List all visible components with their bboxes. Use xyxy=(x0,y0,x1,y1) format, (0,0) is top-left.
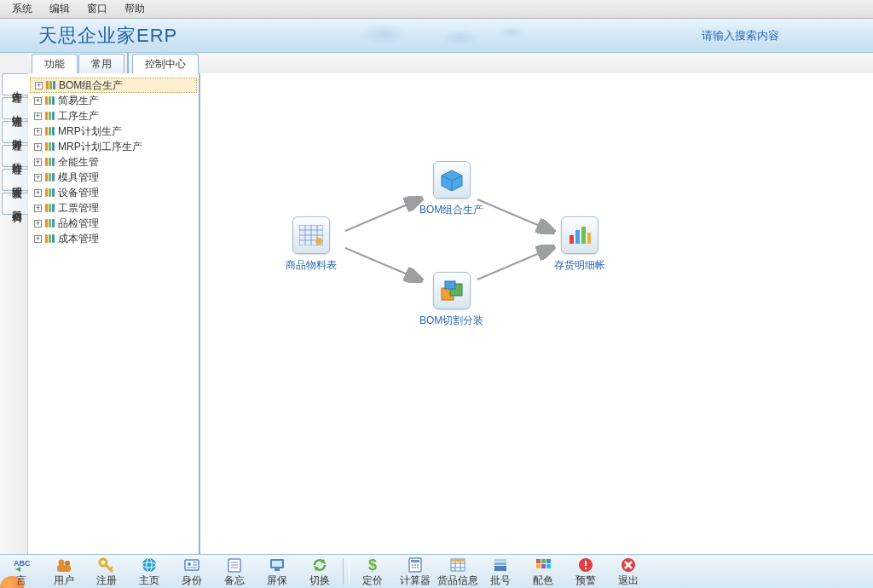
toolbar-label: 主页 xyxy=(139,574,159,588)
vtab-3[interactable]: 行政管理 xyxy=(2,145,31,167)
expand-icon[interactable]: + xyxy=(34,220,42,228)
vtab-1[interactable]: 物流管理 xyxy=(2,97,31,119)
svg-rect-66 xyxy=(546,559,551,563)
chart-icon xyxy=(561,216,598,254)
tree-panel: +BOM组合生产+简易生产+工序生产+MRP计划生产+MRP计划工序生产+全能生… xyxy=(28,73,200,554)
svg-line-2 xyxy=(345,248,419,280)
bars-icon xyxy=(45,234,55,243)
menu-item-2[interactable]: 窗口 xyxy=(78,0,116,18)
menu-item-0[interactable]: 系统 xyxy=(3,0,41,18)
svg-rect-65 xyxy=(541,559,546,563)
vertical-tabs: 生产管理物流管理财务管理行政管理管理报表基础资料 xyxy=(0,73,28,554)
expand-icon[interactable]: + xyxy=(34,174,42,182)
expand-icon[interactable]: + xyxy=(34,128,42,135)
tree-item-8[interactable]: +工票管理 xyxy=(30,200,197,216)
flow-arrow xyxy=(473,193,558,235)
tree-item-1[interactable]: +简易生产 xyxy=(30,93,197,108)
toolbar-label: 货品信息 xyxy=(437,574,478,588)
toolbar-memo[interactable]: 备忘 xyxy=(213,555,256,588)
menu-item-3[interactable]: 帮助 xyxy=(116,0,153,18)
menubar[interactable]: 系统编辑窗口帮助 xyxy=(0,0,873,19)
expand-icon[interactable]: + xyxy=(34,112,42,120)
tree-item-label: 成本管理 xyxy=(58,232,99,246)
bars-icon xyxy=(45,158,55,166)
toolbar-alert[interactable]: 预警 xyxy=(564,555,607,588)
vtab-2[interactable]: 财务管理 xyxy=(2,121,31,143)
toolbar-identity[interactable]: 身份 xyxy=(171,555,213,588)
tree-item-3[interactable]: +MRP计划生产 xyxy=(30,124,197,139)
toolbar-calculator[interactable]: 计算器 xyxy=(394,555,436,588)
svg-point-53 xyxy=(414,567,416,568)
toolbar-screensaver[interactable]: 屏保 xyxy=(256,555,298,588)
expand-icon[interactable]: + xyxy=(34,235,42,243)
tree-item-label: BOM组合生产 xyxy=(59,78,123,93)
toolbar-theme[interactable]: 配色 xyxy=(522,555,564,588)
svg-rect-71 xyxy=(585,561,587,566)
bars-icon xyxy=(45,96,55,105)
expand-icon[interactable]: + xyxy=(34,189,42,197)
menu-item-1[interactable]: 编辑 xyxy=(41,0,78,18)
vtab-4[interactable]: 管理报表 xyxy=(2,169,31,191)
left-tab-0[interactable]: 功能 xyxy=(32,54,78,73)
toolbar: ABC言用户注册主页身份备忘屏保切换$定价计算器货品信息批号配色预警退出 xyxy=(0,554,873,588)
toolbar-home[interactable]: 主页 xyxy=(128,555,171,588)
flow-arrow xyxy=(341,244,426,286)
expand-icon[interactable]: + xyxy=(34,143,42,151)
toolbar-batch[interactable]: 批号 xyxy=(479,555,522,588)
tree-item-2[interactable]: +工序生产 xyxy=(30,108,197,124)
flow-node-bom-split[interactable]: BOM切割分装 xyxy=(419,272,483,328)
tree-item-0[interactable]: +BOM组合生产 xyxy=(30,78,197,93)
expand-icon[interactable]: + xyxy=(35,82,43,89)
toolbar-label: 定价 xyxy=(362,574,383,588)
tree-item-label: 品检管理 xyxy=(58,216,99,231)
svg-text:$: $ xyxy=(368,556,377,574)
tree-item-6[interactable]: +模具管理 xyxy=(30,170,197,185)
tree-item-7[interactable]: +设备管理 xyxy=(30,185,197,200)
svg-text:ABC: ABC xyxy=(14,559,30,568)
toolbar-label: 备忘 xyxy=(224,574,245,588)
tree-item-5[interactable]: +全能生管 xyxy=(30,154,197,170)
id-icon xyxy=(183,556,200,574)
bars-icon xyxy=(45,112,55,120)
expand-icon[interactable]: + xyxy=(34,97,42,105)
svg-rect-63 xyxy=(494,559,506,562)
toolbar-label: 屏保 xyxy=(267,574,287,588)
key-icon xyxy=(98,556,115,574)
toolbar-goods[interactable]: 货品信息 xyxy=(436,555,479,588)
right-tab-0[interactable]: 控制中心 xyxy=(132,54,199,73)
toolbar-language[interactable]: ABC言 xyxy=(0,555,43,588)
search-input[interactable]: 请输入搜索内容 xyxy=(702,28,779,43)
stack-icon xyxy=(492,556,509,574)
tree-item-label: 简易生产 xyxy=(58,94,99,108)
svg-rect-68 xyxy=(541,564,546,568)
flow-node-inventory-ledger[interactable]: 存货明细帐 xyxy=(554,216,605,273)
tree-item-9[interactable]: +品检管理 xyxy=(30,216,197,231)
toolbar-register[interactable]: 注册 xyxy=(85,555,128,588)
flow-node-bom-assemble[interactable]: BOM组合生产 xyxy=(419,161,483,217)
vtab-5[interactable]: 基础资料 xyxy=(2,193,31,215)
tree-item-4[interactable]: +MRP计划工序生产 xyxy=(30,139,197,154)
vtab-0[interactable]: 生产管理 xyxy=(2,73,31,95)
tree-item-10[interactable]: +成本管理 xyxy=(30,231,197,246)
toolbar-label: 用户 xyxy=(54,574,74,588)
expand-icon[interactable]: + xyxy=(34,205,42,212)
svg-rect-72 xyxy=(585,568,587,569)
toolbar-users[interactable]: 用户 xyxy=(43,555,85,588)
toolbar-exit[interactable]: 退出 xyxy=(607,555,650,588)
svg-rect-48 xyxy=(411,560,419,562)
abc-icon: ABC xyxy=(13,556,30,574)
flow-node-material-table[interactable]: 商品物料表 xyxy=(286,216,337,273)
bars-icon xyxy=(45,127,55,135)
svg-point-54 xyxy=(417,567,419,568)
users-icon xyxy=(55,556,72,574)
svg-rect-20 xyxy=(581,227,586,244)
toolbar-label: 配色 xyxy=(533,574,553,588)
toolbar-pricing[interactable]: $定价 xyxy=(351,555,394,588)
svg-rect-64 xyxy=(536,559,541,563)
expand-icon[interactable]: + xyxy=(34,159,42,166)
toolbar-label: 退出 xyxy=(618,574,639,588)
left-tab-1[interactable]: 常用 xyxy=(78,54,124,73)
left-tabs: 功能常用 xyxy=(28,53,127,73)
svg-rect-17 xyxy=(445,281,455,289)
toolbar-switch[interactable]: 切换 xyxy=(298,555,341,588)
